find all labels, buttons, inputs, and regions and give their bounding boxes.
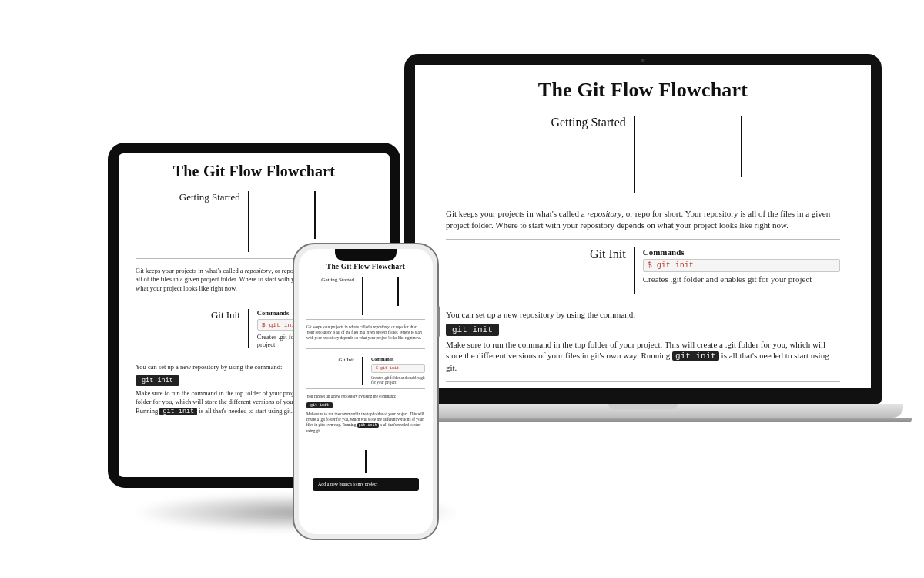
section-getting-started: Getting Started bbox=[306, 277, 425, 320]
page-title: The Git Flow Flowchart bbox=[136, 163, 373, 180]
section-git-init: Git Init Commands $ git init Creates .gi… bbox=[446, 247, 840, 301]
section-heading: Git Init bbox=[306, 357, 363, 385]
commands-header: Commands bbox=[643, 247, 840, 257]
laptop-device: The Git Flow Flowchart Getting Started G… bbox=[404, 54, 882, 422]
divider bbox=[306, 442, 425, 442]
command-code: $ git init bbox=[643, 259, 840, 272]
command-code: $ git init bbox=[371, 364, 425, 373]
divider bbox=[306, 348, 425, 349]
flow-connector bbox=[365, 450, 367, 473]
add-branch-button[interactable]: Add a new branch to my project bbox=[313, 478, 419, 491]
laptop-base bbox=[383, 404, 903, 418]
laptop-screen: The Git Flow Flowchart Getting Started G… bbox=[415, 65, 871, 388]
laptop-foot bbox=[373, 418, 912, 422]
intro-paragraph: Git keeps your projects in what's called… bbox=[446, 208, 840, 231]
setup-lead: You can set up a new repository by using… bbox=[306, 394, 425, 399]
code-block: git init bbox=[136, 375, 179, 386]
section-heading: Getting Started bbox=[446, 116, 635, 193]
intro-paragraph: Git keeps your projects in what's called… bbox=[306, 324, 425, 341]
page-title: The Git Flow Flowchart bbox=[306, 263, 425, 271]
command-description: Creates .git folder and enables git for … bbox=[643, 274, 840, 284]
page-title: The Git Flow Flowchart bbox=[446, 79, 840, 102]
phone-side-button bbox=[437, 306, 440, 337]
code-block: git init bbox=[446, 324, 499, 336]
phone-screen: The Git Flow Flowchart Getting Started G… bbox=[299, 249, 433, 534]
setup-lead: You can set up a new repository by using… bbox=[446, 309, 840, 321]
setup-paragraph: Make sure to run the command in the top … bbox=[306, 412, 425, 434]
code-block: git init bbox=[306, 402, 333, 408]
setup-paragraph: Make sure to run the command in the top … bbox=[446, 339, 840, 375]
divider bbox=[446, 381, 840, 382]
section-heading: Git Init bbox=[136, 309, 249, 348]
laptop-document: The Git Flow Flowchart Getting Started G… bbox=[415, 65, 871, 388]
command-description: Creates .git folder and enables git for … bbox=[371, 375, 425, 385]
section-git-init: Git Init Commands $ git init Creates .gi… bbox=[306, 357, 425, 389]
section-heading: Getting Started bbox=[136, 191, 249, 252]
flow-connector bbox=[397, 277, 399, 306]
section-heading: Git Init bbox=[446, 247, 635, 294]
phone-document: The Git Flow Flowchart Getting Started G… bbox=[299, 249, 433, 496]
commands-header: Commands bbox=[371, 357, 425, 361]
flow-connector bbox=[741, 116, 742, 177]
section-heading: Getting Started bbox=[306, 277, 363, 315]
phone-bezel: The Git Flow Flowchart Getting Started G… bbox=[293, 243, 439, 540]
laptop-camera bbox=[641, 59, 645, 62]
phone-device: The Git Flow Flowchart Getting Started G… bbox=[293, 243, 439, 540]
flow-connector bbox=[314, 191, 316, 239]
divider bbox=[446, 239, 840, 240]
phone-notch bbox=[335, 249, 397, 261]
laptop-bezel: The Git Flow Flowchart Getting Started G… bbox=[404, 54, 882, 404]
section-getting-started: Getting Started bbox=[446, 116, 840, 200]
